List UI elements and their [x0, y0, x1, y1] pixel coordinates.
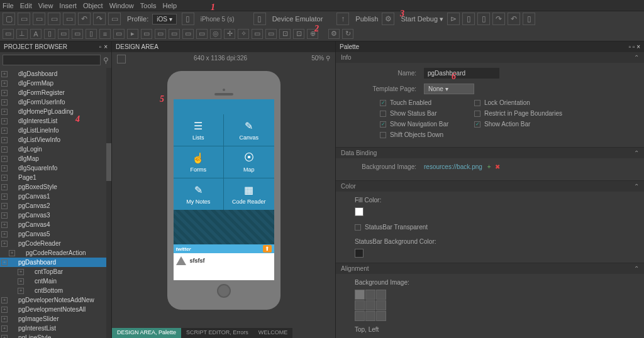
tree-item-dlgDashboard[interactable]: +dlgDashboard	[0, 69, 111, 79]
tree-item-pgCodeReaderAction[interactable]: +pgCodeReaderAction	[0, 248, 111, 258]
copy-icon[interactable]: ▭	[63, 13, 75, 25]
collapse-icon[interactable]: ⌃	[634, 183, 639, 190]
t16-icon[interactable]: ◎	[210, 29, 221, 39]
shift-checkbox[interactable]	[380, 132, 386, 138]
tree-item-dlgLogin[interactable]: +dlgLogin	[0, 144, 111, 154]
statusbar-checkbox[interactable]	[380, 111, 386, 117]
statusbar-transparent-checkbox[interactable]	[355, 224, 361, 231]
navbar-checkbox[interactable]	[380, 121, 386, 128]
menu-tools[interactable]: Tools	[140, 2, 157, 9]
tree-item-pgInterestList[interactable]: +pgInterestList	[0, 324, 111, 333]
name-input[interactable]	[424, 68, 499, 79]
t4-icon[interactable]: ▯	[44, 29, 55, 39]
t8-icon[interactable]: ≡	[99, 29, 111, 39]
pb-close-icon[interactable]: ×	[104, 43, 108, 50]
new-icon[interactable]: ▢	[3, 13, 15, 25]
restrict-checkbox[interactable]	[474, 111, 480, 117]
remove-icon[interactable]: ✖	[495, 163, 500, 170]
tree-item-pgDeveloperNotesAddNew[interactable]: +pgDeveloperNotesAddNew	[0, 295, 111, 305]
menu-view[interactable]: View	[38, 2, 53, 9]
t22-icon[interactable]: ⊡	[293, 29, 304, 39]
tree-item-dlgListLineInfo[interactable]: +dlgListLineInfo	[0, 126, 111, 135]
device-emulator-button[interactable]: Device Emulator	[272, 15, 323, 23]
phone-icon[interactable]: ▯	[182, 13, 194, 25]
fwd-icon[interactable]: ↷	[93, 13, 106, 25]
t5-icon[interactable]: ▭	[58, 29, 69, 39]
project-tree[interactable]: +dlgDashboard+dlgFormMap+dlgFormRegister…	[0, 68, 111, 338]
menu-edit[interactable]: Edit	[20, 2, 32, 9]
tree-item-cntBottom[interactable]: +cntBottom	[0, 286, 111, 295]
alignment-grid[interactable]	[355, 290, 625, 321]
design-canvas[interactable]: ☰Lists ✎Canvas ☝Forms ⦿Map ✎My Notes ▦Co…	[112, 66, 335, 338]
template-dropdown[interactable]: None ▾	[424, 84, 474, 94]
add-icon[interactable]: +	[487, 163, 491, 170]
data-binding-section-header[interactable]: Data Binding⌃	[336, 148, 644, 158]
tree-item-dlgListViewInfo[interactable]: +dlgListViewInfo	[0, 135, 111, 144]
step3-icon[interactable]: ▯	[477, 13, 490, 25]
menu-object[interactable]: Object	[83, 2, 103, 9]
emulator-icon[interactable]: ▯	[253, 13, 266, 25]
publish-icon[interactable]: ↑	[336, 13, 349, 25]
t13-icon[interactable]: ▭	[169, 29, 180, 39]
t11-icon[interactable]: ▭	[141, 29, 152, 39]
tree-item-dlgInterestList[interactable]: +dlgInterestList	[0, 116, 111, 126]
t21-icon[interactable]: ⊡	[279, 29, 291, 39]
t12-icon[interactable]: ▭	[155, 29, 166, 39]
tree-item-pgDevelopmentNotesAll[interactable]: +pgDevelopmentNotesAll	[0, 305, 111, 314]
fill-color-swatch[interactable]	[355, 207, 364, 216]
color-section-header[interactable]: Color⌃	[336, 181, 644, 192]
tree-item-cntMain[interactable]: +cntMain	[0, 276, 111, 286]
t6-icon[interactable]: ▭	[72, 29, 83, 39]
actionbar-checkbox[interactable]	[474, 121, 480, 128]
app-cell-map[interactable]: ⦿Map	[224, 146, 274, 178]
tree-item-cntTopBar[interactable]: +cntTopBar	[0, 267, 111, 276]
palette-min-icon[interactable]: ▫	[629, 43, 631, 50]
step1-icon[interactable]: ⊳	[447, 13, 460, 25]
screen-icon[interactable]	[117, 55, 126, 63]
t1-icon[interactable]: ▭	[3, 29, 14, 39]
zoom-level[interactable]: 50% ⚲	[311, 55, 330, 63]
step6-icon[interactable]: ▯	[523, 13, 535, 25]
tree-item-pgCanvas4[interactable]: +pgCanvas4	[0, 220, 111, 229]
tree-item-pgImageSlider[interactable]: +pgImageSlider	[0, 314, 111, 324]
info-section-header[interactable]: Info⌃	[336, 52, 644, 63]
tree-item-pgCanvas2[interactable]: +pgCanvas2	[0, 201, 111, 210]
menu-file[interactable]: File	[3, 2, 14, 9]
tree-item-dlgFormMap[interactable]: +dlgFormMap	[0, 79, 111, 88]
t14-icon[interactable]: ▭	[182, 29, 194, 39]
step2-icon[interactable]: ▯	[462, 13, 475, 25]
open-icon[interactable]: ▭	[18, 13, 30, 25]
gear-icon[interactable]: ⚙	[328, 29, 340, 39]
tab-script-editor[interactable]: SCRIPT EDITOR, Errors	[181, 328, 253, 338]
tree-item-pgDashboard[interactable]: +pgDashboard	[0, 258, 111, 267]
app-cell-canvas[interactable]: ✎Canvas	[224, 114, 274, 146]
palette-close-icon[interactable]: ×	[636, 43, 640, 50]
tree-item-pgLineStyle[interactable]: +pgLineStyle	[0, 333, 111, 338]
open2-icon[interactable]: ▭	[33, 13, 45, 25]
t15-icon[interactable]: ▭	[196, 29, 208, 39]
t18-icon[interactable]: ✧	[238, 29, 249, 39]
step4-icon[interactable]: ↷	[492, 13, 505, 25]
app-cell-forms[interactable]: ☝Forms	[174, 146, 224, 178]
t17-icon[interactable]: ✢	[224, 29, 235, 39]
tree-item-pgCanvas3[interactable]: +pgCanvas3	[0, 210, 111, 220]
collapse-icon[interactable]: ⌃	[634, 265, 639, 272]
app-cell-codereader[interactable]: ▦Code Reader	[224, 178, 274, 210]
search-icon[interactable]: ⚲	[103, 56, 109, 65]
t20-icon[interactable]: ▭	[265, 29, 277, 39]
tree-item-dlgHomePgLoading[interactable]: +dlgHomePgLoading	[0, 107, 111, 116]
tree-scrollbar[interactable]	[106, 68, 111, 338]
app-cell-lists[interactable]: ☰Lists	[174, 114, 224, 146]
debug-icon[interactable]: ⚙	[382, 13, 394, 25]
start-debug-button[interactable]: Start Debug ▾	[401, 15, 443, 23]
t19-icon[interactable]: ▭	[252, 29, 263, 39]
t23-icon[interactable]: ⊕	[307, 29, 318, 39]
t10-icon[interactable]: ▸	[127, 29, 138, 39]
palette-max-icon[interactable]: ▫	[633, 43, 635, 50]
tab-design-area[interactable]: DESIGN AREA, Palette	[112, 328, 181, 338]
phone-screen[interactable]: ☰Lists ✎Canvas ☝Forms ⦿Map ✎My Notes ▦Co…	[174, 99, 274, 280]
t9-icon[interactable]: ▭	[113, 29, 125, 39]
publish-button[interactable]: Publish	[355, 15, 378, 23]
tree-item-dlgSquareInfo[interactable]: +dlgSquareInfo	[0, 163, 111, 173]
app-cell-notes[interactable]: ✎My Notes	[174, 178, 224, 210]
